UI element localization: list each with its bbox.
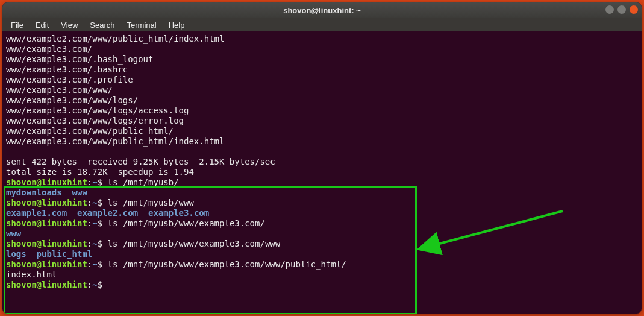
terminal-line: www/example3.com/ bbox=[6, 44, 638, 54]
terminal-line: www/example3.com/.bashrc bbox=[6, 65, 638, 75]
terminal-line: www/example3.com/www/public_html/ bbox=[6, 126, 638, 136]
terminal-line bbox=[6, 147, 638, 157]
terminal-line: www/example3.com/www/ bbox=[6, 85, 638, 95]
close-icon[interactable] bbox=[630, 5, 638, 14]
terminal-output-line: logs public_html bbox=[6, 249, 638, 259]
titlebar: shovon@linuxhint: ~ bbox=[2, 2, 642, 18]
terminal-output-line: index.html bbox=[6, 270, 638, 280]
menu-file[interactable]: File bbox=[6, 19, 28, 31]
terminal-output[interactable]: www/example2.com/www/public_html/index.h… bbox=[6, 34, 638, 310]
terminal-output-line: example1.com example2.com example3.com bbox=[6, 208, 638, 218]
terminal-line: www/example3.com/www/logs/error.log bbox=[6, 116, 638, 126]
terminal-prompt-line: shovon@linuxhint:~$ ls /mnt/myusb/www/ex… bbox=[6, 218, 638, 229]
terminal-line: total size is 18.72K speedup is 1.94 bbox=[6, 167, 638, 177]
terminal-line: www/example3.com/www/logs/ bbox=[6, 95, 638, 106]
terminal-prompt-line: shovon@linuxhint:~$ bbox=[6, 280, 638, 290]
terminal-line: www/example3.com/www/public_html/index.h… bbox=[6, 136, 638, 147]
menubar: File Edit View Search Terminal Help bbox=[2, 18, 642, 31]
maximize-icon[interactable] bbox=[617, 5, 626, 14]
terminal-prompt-line: shovon@linuxhint:~$ ls /mnt/myusb/www/ex… bbox=[6, 259, 638, 270]
terminal-line: www/example2.com/www/public_html/index.h… bbox=[6, 34, 638, 44]
menu-search[interactable]: Search bbox=[85, 19, 119, 31]
menu-terminal[interactable]: Terminal bbox=[122, 19, 161, 31]
terminal-prompt-line: shovon@linuxhint:~$ ls /mnt/myusb/ bbox=[6, 177, 638, 188]
terminal-line: www/example3.com/.profile bbox=[6, 75, 638, 85]
window-controls bbox=[605, 5, 638, 14]
terminal-window: shovon@linuxhint: ~ File Edit View Searc… bbox=[2, 2, 642, 314]
terminal-prompt-line: shovon@linuxhint:~$ ls /mnt/myusb/www/ex… bbox=[6, 239, 638, 249]
terminal-output-line: www bbox=[6, 229, 638, 239]
menu-edit[interactable]: Edit bbox=[31, 19, 54, 31]
terminal-line: www/example3.com/www/logs/access.log bbox=[6, 106, 638, 116]
terminal-line: www/example3.com/.bash_logout bbox=[6, 54, 638, 65]
terminal-line: sent 422 bytes received 9.25K bytes 2.15… bbox=[6, 157, 638, 167]
menu-view[interactable]: View bbox=[56, 19, 83, 31]
menu-help[interactable]: Help bbox=[164, 19, 190, 31]
terminal-prompt-line: shovon@linuxhint:~$ ls /mnt/myusb/www bbox=[6, 198, 638, 208]
terminal-output-line: mydownloads www bbox=[6, 188, 638, 198]
minimize-icon[interactable] bbox=[605, 5, 614, 14]
window-title: shovon@linuxhint: ~ bbox=[283, 6, 361, 15]
